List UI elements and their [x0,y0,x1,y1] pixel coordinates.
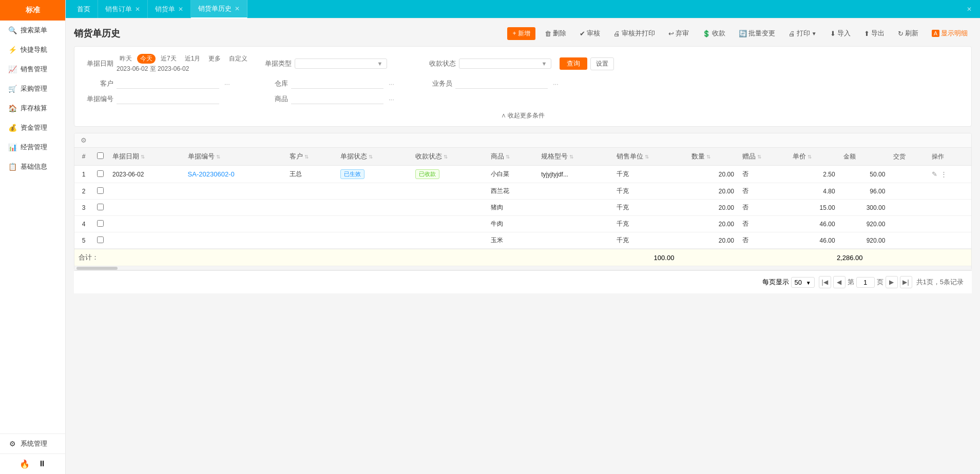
table-header-row: # 单据日期⇅ 单据编号⇅ 客户⇅ [74,148,971,166]
goods-sort-icon[interactable]: ⇅ [506,154,510,160]
pause-icon[interactable]: ⏸ [38,459,46,469]
tab-sales-order-close[interactable]: ✕ [135,6,140,13]
sidebar-item-quick-nav[interactable]: ⚡ 快捷导航 [0,40,65,60]
edit-icon[interactable]: ✎ [932,170,937,178]
sidebar-item-system[interactable]: ⚙ 系统管理 [0,433,65,453]
cell-checkbox[interactable] [93,200,108,216]
unit-sort-icon[interactable]: ⇅ [645,154,649,160]
first-page-button[interactable]: |◀ [819,276,831,288]
goods-dots[interactable]: ··· [389,95,394,103]
batch-change-button[interactable]: 🔄 批量变更 [735,27,779,40]
print-button[interactable]: 🖨 打印 ▼ [784,27,821,40]
settings-button[interactable]: 设置 [590,57,614,70]
cell-price: 15.00 [789,200,839,216]
staff-dots[interactable]: ··· [553,80,559,88]
doc-status-sort-icon[interactable]: ⇅ [369,154,373,160]
doc-no-input[interactable] [117,94,219,104]
per-page-select[interactable]: 50 ▼ [791,277,815,288]
tab-home[interactable]: 首页 [70,0,98,18]
staff-input[interactable] [455,78,548,89]
tab-sales-goods-close[interactable]: ✕ [178,6,183,13]
table-settings-icon[interactable]: ⚙ [81,136,87,144]
warehouse-input[interactable] [291,78,383,89]
row-checkbox[interactable] [97,204,104,210]
more-icon[interactable]: ⋮ [940,170,947,178]
sidebar-item-finance[interactable]: 💰 资金管理 [0,118,65,137]
tab-sales-history-close[interactable]: ✕ [235,5,240,12]
date-tag-yesterday[interactable]: 昨天 [117,54,135,64]
page-number-input[interactable] [856,277,875,288]
export-button[interactable]: ⬆ 导出 [860,27,889,40]
type-select[interactable]: ▼ [295,58,387,69]
customer-sort-icon[interactable]: ⇅ [304,154,309,160]
cell-checkbox[interactable] [93,232,108,249]
fire-icon[interactable]: 🔥 [20,459,30,469]
customer-dots[interactable]: ··· [224,80,230,88]
delete-button[interactable]: 🗑 删除 [541,27,570,40]
query-button[interactable]: 查询 [560,57,587,70]
row-checkbox[interactable] [97,220,104,227]
tab-sales-history-label: 销货单历史 [198,4,232,13]
audit-print-button[interactable]: 🖨 审核并打印 [609,27,659,40]
gift-sort-icon[interactable]: ⇅ [757,154,761,160]
scroll-thumb[interactable] [76,267,118,270]
tab-sales-order[interactable]: 销售订单 ✕ [98,0,148,18]
qty-sort-icon[interactable]: ⇅ [706,154,710,160]
date-tag-1month[interactable]: 近1月 [182,54,204,64]
filter-doc-no: 单据编号 [83,94,247,104]
new-button[interactable]: + 新增 [507,27,535,40]
date-tag-today[interactable]: 今天 [137,54,156,64]
sidebar-item-search-menu[interactable]: 🔍 搜索菜单 [0,21,65,40]
pay-status-select[interactable]: ▼ [459,58,551,69]
date-tag-7days[interactable]: 近7天 [158,54,180,64]
cell-checkbox[interactable] [93,216,108,232]
price-sort-icon[interactable]: ⇅ [808,154,812,160]
collect-button[interactable]: 💲 收款 [698,27,729,40]
select-all-checkbox[interactable] [97,152,104,159]
audit-print-icon: 🖨 [613,30,620,37]
sidebar-item-inventory[interactable]: 🏠 库存核算 [0,98,65,118]
col-spec: 规格型号⇅ [537,148,612,166]
sidebar-item-sales-mgmt[interactable]: 📈 销售管理 [0,60,65,79]
tab-sales-history[interactable]: 销货单历史 ✕ [191,0,247,18]
date-tag-custom[interactable]: 自定义 [226,54,251,64]
import-button[interactable]: ⬇ 导入 [826,27,855,40]
purchase-mgmt-icon: 🛒 [8,85,16,93]
audit-button[interactable]: ✔ 审核 [575,27,604,40]
row-checkbox[interactable] [97,236,104,243]
warehouse-dots[interactable]: ··· [389,80,394,88]
customer-input[interactable] [117,78,219,89]
col-unit: 销售单位⇅ [612,148,688,166]
collapse-button[interactable]: ∧ 收起更多条件 [83,109,963,122]
goods-input[interactable] [291,94,383,104]
tab-sales-goods[interactable]: 销货单 ✕ [148,0,191,18]
refresh-icon: ↻ [898,30,904,37]
cell-gift: 否 [738,183,789,200]
type-label: 单据类型 [261,59,292,68]
prev-page-button[interactable]: ◀ [833,276,846,288]
cell-checkbox[interactable] [93,166,108,183]
row-checkbox[interactable] [97,187,104,194]
pay-status-sort-icon[interactable]: ⇅ [444,154,448,160]
table-row: 4 牛肉 千克 20.00 否 46.00 920.00 [74,216,971,232]
spec-sort-icon[interactable]: ⇅ [569,154,573,160]
horizontal-scroll[interactable] [74,266,971,270]
date-tag-more[interactable]: 更多 [205,54,224,64]
row-checkbox[interactable] [97,170,104,177]
abandon-icon: ↩ [668,30,674,37]
abandon-button[interactable]: ↩ 弃审 [664,27,693,40]
show-detail-button[interactable]: A 显示明细 [928,27,972,40]
sidebar-item-operations[interactable]: 📊 经营管理 [0,137,65,157]
sidebar-item-purchase-mgmt[interactable]: 🛒 采购管理 [0,79,65,98]
footer-cells: 100.00 2,286.00 [109,254,967,262]
close-all-tabs[interactable]: ✕ [963,6,976,13]
sidebar-item-basic-info[interactable]: 📋 基础信息 [0,157,65,176]
date-sort-icon[interactable]: ⇅ [141,154,145,160]
next-page-button[interactable]: ▶ [886,276,898,288]
last-page-button[interactable]: ▶| [900,276,912,288]
cell-checkbox[interactable] [93,183,108,200]
refresh-button[interactable]: ↻ 刷新 [894,27,923,40]
cell-index: 2 [74,183,93,200]
filter-customer: 客户 ··· [83,78,247,89]
doc-no-sort-icon[interactable]: ⇅ [216,154,220,160]
